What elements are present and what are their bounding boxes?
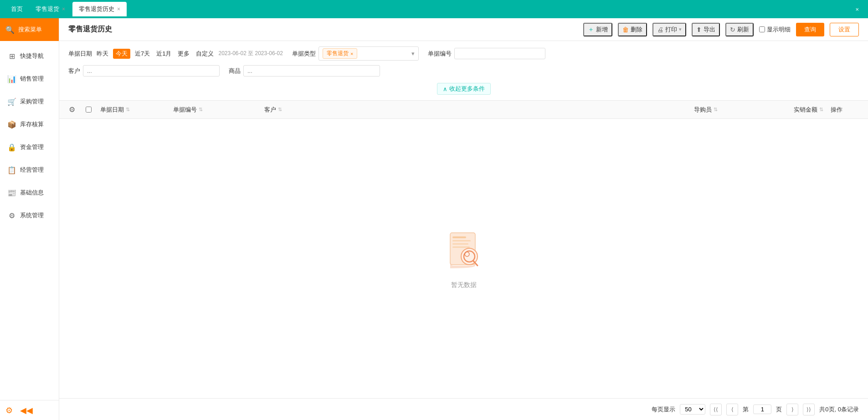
- col-doc-date-sort: ⇅: [126, 107, 130, 113]
- window-close-btn[interactable]: ×: [851, 6, 863, 13]
- sidebar-item-purchase-mgmt-label: 采购管理: [20, 97, 44, 106]
- page-size-label: 每页显示: [652, 405, 675, 414]
- delete-icon: 🗑: [622, 26, 629, 33]
- doc-type-tag[interactable]: 零售退货 ×: [323, 48, 357, 59]
- tab-retail-return-history-close[interactable]: ×: [117, 6, 120, 12]
- customer-label: 客户: [68, 67, 80, 75]
- date-opt-more[interactable]: 更多: [176, 49, 191, 59]
- tab-retail-return-label: 零售退货: [36, 5, 59, 13]
- volume-icon[interactable]: ◀◀: [20, 405, 33, 415]
- tab-retail-return-history-label: 零售退货历史: [79, 5, 114, 13]
- sidebar-item-purchase-mgmt[interactable]: 🛒 采购管理: [0, 90, 59, 113]
- col-doc-no-label: 单据编号: [173, 106, 197, 114]
- sidebar-item-quick-nav-label: 快捷导航: [20, 52, 44, 60]
- col-customer-label: 客户: [264, 106, 276, 114]
- tab-home[interactable]: 首页: [5, 2, 29, 16]
- show-detail-checkbox[interactable]: 显示明细: [759, 26, 791, 34]
- doc-no-input[interactable]: [454, 48, 545, 59]
- filter-doc-type: 单据类型 零售退货 × ▾: [292, 46, 419, 61]
- select-all-checkbox[interactable]: [86, 107, 92, 113]
- page-label: 第: [743, 405, 749, 414]
- date-opt-today[interactable]: 今天: [113, 49, 130, 59]
- tab-retail-return-close[interactable]: ×: [62, 6, 65, 12]
- col-doc-date-label: 单据日期: [100, 106, 124, 114]
- date-opt-7days[interactable]: 近7天: [133, 49, 152, 59]
- col-header-amount[interactable]: 实销金额 ⇅: [763, 106, 827, 114]
- goods-label: 商品: [229, 67, 241, 75]
- customer-input[interactable]: [83, 65, 220, 77]
- sidebar-item-inventory-label: 库存核算: [20, 120, 44, 128]
- goods-input[interactable]: [243, 65, 380, 77]
- filter-doc-no: 单据编号: [428, 48, 545, 59]
- table-settings-btn[interactable]: ⚙: [64, 105, 80, 114]
- sidebar-item-sys-mgmt-label: 系统管理: [20, 211, 44, 220]
- current-page-input[interactable]: [753, 405, 771, 414]
- date-opt-1month[interactable]: 近1月: [154, 49, 173, 59]
- header-actions: ＋ 新增 🗑 删除 🖨 打印 ▾ ⬆ 导出 ↻ 刷新: [583, 23, 859, 36]
- filter-area: 单据日期 昨天 今天 近7天 近1月 更多 自定义 2023-06-02 至 2…: [59, 41, 868, 101]
- add-label: 新增: [596, 26, 608, 34]
- prev-page-btn[interactable]: ⟨: [726, 404, 738, 415]
- filter-customer: 客户: [68, 65, 220, 77]
- table-select-all[interactable]: [80, 107, 97, 113]
- sidebar-item-quick-nav[interactable]: ⊞ 快捷导航: [0, 45, 59, 67]
- filter-row-2: 客户 商品: [68, 65, 859, 77]
- col-guide-sort: ⇅: [714, 107, 718, 113]
- refresh-icon: ↻: [730, 26, 735, 33]
- export-icon: ⬆: [696, 26, 702, 33]
- table-header: ⚙ 单据日期 ⇅ 单据编号 ⇅ 客户 ⇅ 导购员 ⇅: [59, 101, 868, 119]
- filter-date: 单据日期 昨天 今天 近7天 近1月 更多 自定义 2023-06-02 至 2…: [68, 49, 283, 59]
- sidebar-item-sys-mgmt[interactable]: ⚙ 系统管理: [0, 204, 59, 227]
- tab-retail-return[interactable]: 零售退货 ×: [29, 2, 72, 16]
- sidebar-item-sales-mgmt[interactable]: 📊 销售管理: [0, 67, 59, 90]
- add-icon: ＋: [588, 26, 594, 34]
- add-button[interactable]: ＋ 新增: [583, 23, 612, 36]
- refresh-label: 刷新: [737, 26, 749, 34]
- sidebar-item-operations[interactable]: 📋 经营管理: [0, 159, 59, 181]
- export-button[interactable]: ⬆ 导出: [692, 23, 720, 36]
- col-header-doc-no[interactable]: 单据编号 ⇅: [169, 106, 261, 114]
- setting-button[interactable]: 设置: [830, 23, 859, 36]
- date-opt-yesterday[interactable]: 昨天: [95, 49, 110, 59]
- col-header-guide[interactable]: 导购员 ⇅: [690, 106, 763, 114]
- doc-type-label: 单据类型: [292, 50, 316, 58]
- sidebar-item-basic-info[interactable]: 📰 基础信息: [0, 181, 59, 204]
- sys-mgmt-icon: ⚙: [7, 211, 16, 220]
- sidebar-item-finance[interactable]: 🔒 资金管理: [0, 136, 59, 159]
- settings-icon[interactable]: ⚙: [5, 405, 13, 415]
- print-button[interactable]: 🖨 打印 ▾: [652, 23, 686, 36]
- date-opt-custom[interactable]: 自定义: [194, 49, 216, 59]
- svg-rect-4: [452, 246, 470, 248]
- content-area: 零售退货历史 ＋ 新增 🗑 删除 🖨 打印 ▾ ⬆ 导出: [59, 18, 868, 420]
- sidebar-item-finance-label: 资金管理: [20, 143, 44, 151]
- col-header-customer[interactable]: 客户 ⇅: [261, 106, 690, 114]
- purchase-mgmt-icon: 🛒: [7, 97, 16, 106]
- next-page-btn[interactable]: ⟩: [786, 404, 798, 415]
- first-page-btn[interactable]: ⟨⟨: [710, 404, 722, 415]
- date-range-display: 2023-06-02 至 2023-06-02: [218, 50, 282, 57]
- tab-retail-return-history[interactable]: 零售退货历史 ×: [72, 2, 127, 16]
- search-icon: 🔍: [5, 26, 15, 34]
- col-header-action: 操作: [827, 106, 863, 114]
- doc-type-remove[interactable]: ×: [350, 51, 353, 56]
- query-button[interactable]: 查询: [796, 23, 824, 36]
- delete-button[interactable]: 🗑 删除: [618, 23, 647, 36]
- print-label: 打印: [665, 26, 677, 34]
- doc-date-label: 单据日期: [68, 50, 92, 58]
- col-doc-no-sort: ⇅: [199, 107, 203, 113]
- doc-type-selector[interactable]: 零售退货 × ▾: [318, 46, 419, 61]
- pagination: 每页显示 50 20 100 200 ⟨⟨ ⟨ 第 页 ⟩ ⟩⟩ 共0页, 0条…: [59, 398, 868, 420]
- show-detail-input[interactable]: [759, 26, 765, 32]
- col-header-doc-date[interactable]: 单据日期 ⇅: [97, 106, 169, 114]
- collapse-btn[interactable]: ∧ 收起更多条件: [437, 83, 491, 95]
- sidebar: 🔍 搜索菜单 ⊞ 快捷导航 📊 销售管理 🛒 采购管理 📦 库存核算 🔒: [0, 18, 59, 420]
- refresh-button[interactable]: ↻ 刷新: [725, 23, 754, 36]
- page-size-select[interactable]: 50 20 100 200: [680, 404, 705, 415]
- sidebar-menu: ⊞ 快捷导航 📊 销售管理 🛒 采购管理 📦 库存核算 🔒 资金管理 📋: [0, 41, 59, 400]
- svg-rect-3: [452, 243, 468, 245]
- sidebar-item-inventory[interactable]: 📦 库存核算: [0, 113, 59, 136]
- col-customer-sort: ⇅: [278, 107, 282, 113]
- last-page-btn[interactable]: ⟩⟩: [803, 404, 815, 415]
- top-tab-bar: 首页 零售退货 × 零售退货历史 × ×: [0, 0, 868, 18]
- sidebar-search-btn[interactable]: 🔍 搜索菜单: [0, 18, 59, 41]
